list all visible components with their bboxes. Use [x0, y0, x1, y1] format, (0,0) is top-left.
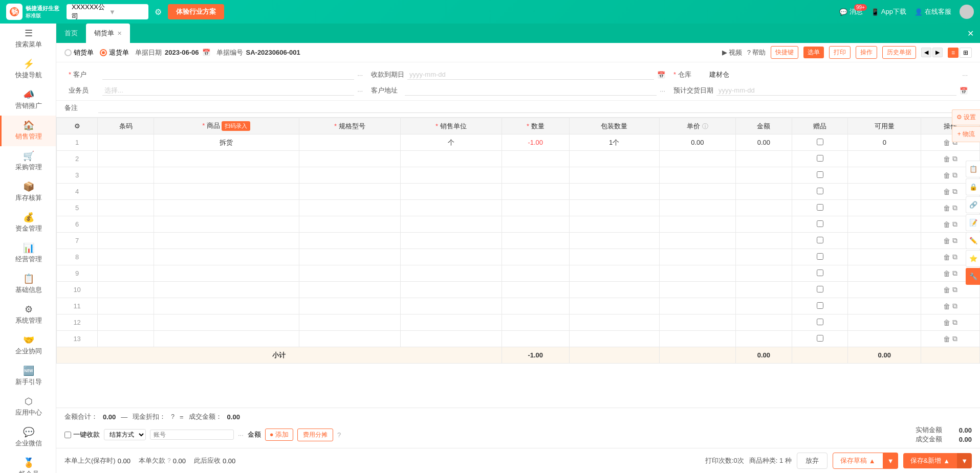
- copy-row-button[interactable]: ⧉: [952, 334, 957, 343]
- float-btn-4[interactable]: 📝: [966, 214, 980, 231]
- row-gift[interactable]: [792, 216, 848, 233]
- row-pack-qty[interactable]: [569, 184, 659, 200]
- row-unit-price[interactable]: [659, 314, 735, 331]
- history-button[interactable]: 历史单据: [882, 46, 916, 59]
- gift-checkbox[interactable]: [817, 335, 823, 342]
- gift-checkbox[interactable]: [817, 302, 823, 309]
- row-unit-price[interactable]: [659, 331, 735, 347]
- delivery-calendar-icon[interactable]: 📅: [960, 87, 968, 95]
- row-unit[interactable]: 个: [400, 134, 502, 151]
- grid-view-button[interactable]: ⊞: [960, 48, 972, 58]
- address-dots-icon[interactable]: ···: [660, 87, 665, 95]
- row-product[interactable]: [154, 282, 299, 298]
- row-barcode[interactable]: [98, 167, 154, 184]
- sidebar-item-sales[interactable]: 🏠 销售管理: [0, 116, 56, 146]
- gift-checkbox[interactable]: [817, 269, 823, 276]
- payment-due-calendar-icon[interactable]: 📅: [657, 71, 665, 79]
- online-service-button[interactable]: 👤 在线客服: [914, 7, 951, 16]
- close-all-tabs-icon[interactable]: ✕: [961, 29, 980, 38]
- row-product[interactable]: [154, 314, 299, 331]
- total-owe-info-icon[interactable]: ?: [167, 457, 171, 464]
- tab-sales-order[interactable]: 销货单 ✕: [86, 24, 130, 43]
- row-spec[interactable]: [299, 314, 400, 331]
- copy-row-button[interactable]: ⧉: [952, 302, 957, 310]
- gift-checkbox[interactable]: [817, 155, 823, 162]
- row-qty[interactable]: [502, 314, 569, 331]
- sidebar-item-member[interactable]: 🏅 畅会员: [0, 453, 56, 473]
- operations-button[interactable]: 操作: [856, 46, 877, 59]
- row-product[interactable]: [154, 233, 299, 249]
- row-unit[interactable]: [400, 314, 502, 331]
- row-spec[interactable]: [299, 184, 400, 200]
- row-amount[interactable]: [736, 298, 792, 314]
- save-new-button[interactable]: 保存&新增 ▲: [903, 453, 957, 468]
- sidebar-item-basics[interactable]: 📋 基础信息: [0, 269, 56, 300]
- delivery-date-input[interactable]: [716, 85, 956, 96]
- row-unit[interactable]: [400, 151, 502, 167]
- row-amount[interactable]: [736, 331, 792, 347]
- row-unit[interactable]: [400, 298, 502, 314]
- row-gift[interactable]: [792, 331, 848, 347]
- gift-checkbox[interactable]: [817, 188, 823, 194]
- sidebar-item-shortcut[interactable]: ⚡ 快捷导航: [0, 54, 56, 85]
- row-unit-price[interactable]: [659, 167, 735, 184]
- row-qty[interactable]: -1.00: [502, 134, 569, 151]
- discard-button[interactable]: 放弃: [797, 453, 827, 469]
- copy-row-button[interactable]: ⧉: [952, 285, 957, 294]
- row-amount[interactable]: [736, 151, 792, 167]
- account-input[interactable]: [150, 430, 234, 440]
- row-unit[interactable]: [400, 167, 502, 184]
- th-settings[interactable]: ⚙: [57, 118, 98, 134]
- row-qty[interactable]: [502, 265, 569, 282]
- settings-gear-button[interactable]: ⚙: [153, 5, 164, 19]
- sidebar-item-purchase[interactable]: 🛒 采购管理: [0, 146, 56, 177]
- row-qty[interactable]: [502, 216, 569, 233]
- row-gift[interactable]: [792, 134, 848, 151]
- row-gift[interactable]: [792, 265, 848, 282]
- salesperson-dots-icon[interactable]: ···: [357, 87, 363, 95]
- row-spec[interactable]: [299, 151, 400, 167]
- float-btn-1[interactable]: 📋: [966, 161, 980, 177]
- customer-dots-icon[interactable]: ···: [357, 71, 363, 79]
- row-unit-price[interactable]: [659, 265, 735, 282]
- copy-row-button[interactable]: ⧉: [952, 204, 957, 212]
- row-spec[interactable]: [299, 233, 400, 249]
- settings-panel-button[interactable]: ⚙ 设置: [952, 109, 980, 125]
- sidebar-item-guide[interactable]: 🆕 新手引导: [0, 361, 56, 392]
- fee-split-button[interactable]: 费用分摊: [297, 429, 333, 441]
- row-spec[interactable]: [299, 134, 400, 151]
- copy-row-button[interactable]: ⧉: [952, 269, 957, 278]
- gift-checkbox[interactable]: [817, 204, 823, 211]
- delete-row-button[interactable]: 🗑: [943, 334, 950, 343]
- row-qty[interactable]: [502, 249, 569, 265]
- row-amount[interactable]: [736, 314, 792, 331]
- next-record-button[interactable]: ▶: [932, 48, 943, 57]
- row-pack-qty[interactable]: [569, 265, 659, 282]
- row-amount[interactable]: [736, 200, 792, 216]
- sidebar-item-apps[interactable]: ⬡ 应用中心: [0, 392, 56, 422]
- row-amount[interactable]: [736, 184, 792, 200]
- row-amount[interactable]: [736, 249, 792, 265]
- row-product[interactable]: [154, 216, 299, 233]
- float-btn-7[interactable]: 🔧: [966, 268, 980, 285]
- payment-checkbox-label[interactable]: 一键收款: [64, 430, 100, 439]
- video-link[interactable]: ▶ 视频: [722, 48, 742, 57]
- row-barcode[interactable]: [98, 184, 154, 200]
- row-unit[interactable]: [400, 249, 502, 265]
- sidebar-item-marketing[interactable]: 📣 营销推广: [0, 85, 56, 116]
- sidebar-item-operations[interactable]: 📊 经营管理: [0, 238, 56, 269]
- add-payment-button[interactable]: ● 添加: [265, 429, 293, 441]
- sidebar-item-inventory[interactable]: 📦 库存核算: [0, 177, 56, 208]
- row-unit-price[interactable]: [659, 200, 735, 216]
- row-unit-price[interactable]: [659, 249, 735, 265]
- prev-record-button[interactable]: ◀: [921, 48, 931, 57]
- row-qty[interactable]: [502, 200, 569, 216]
- copy-row-button[interactable]: ⧉: [952, 154, 957, 163]
- warehouse-dots-icon[interactable]: ···: [962, 71, 968, 79]
- row-unit-price[interactable]: [659, 233, 735, 249]
- delete-row-button[interactable]: 🗑: [943, 138, 950, 147]
- sidebar-item-wechat[interactable]: 💬 企业微信: [0, 422, 56, 453]
- row-unit-price[interactable]: [659, 282, 735, 298]
- row-gift[interactable]: [792, 184, 848, 200]
- radio-sales[interactable]: 销货单: [64, 48, 94, 57]
